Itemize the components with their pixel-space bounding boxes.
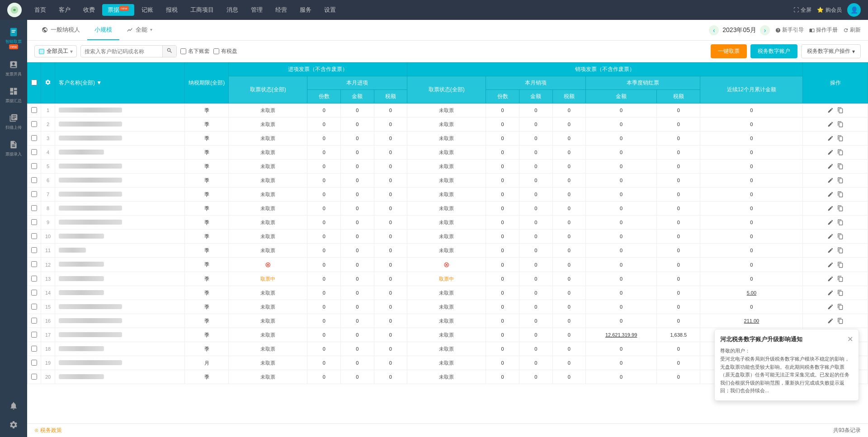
row-copy-icon[interactable]	[836, 303, 844, 311]
fullscreen-btn[interactable]: ⛶ 全屏	[793, 6, 811, 14]
row-out-status[interactable]: ⊗	[407, 258, 486, 272]
row-in-status[interactable]: 未取票	[229, 160, 307, 174]
row-checkbox[interactable]	[31, 135, 37, 141]
row-edit-icon[interactable]	[826, 289, 835, 297]
row-checkbox[interactable]	[31, 163, 37, 169]
row-in-status[interactable]: 取票中	[229, 272, 307, 286]
row-client-name[interactable]	[55, 342, 185, 356]
row-checkbox[interactable]	[31, 304, 37, 310]
nav-operation[interactable]: 经营	[270, 4, 292, 16]
row-in-status[interactable]: 未取票	[229, 370, 307, 384]
nav-client[interactable]: 客户	[53, 4, 76, 16]
nav-message[interactable]: 消息	[221, 4, 244, 16]
period-next-btn[interactable]: ›	[760, 25, 770, 35]
row-edit-icon[interactable]	[826, 232, 835, 240]
row-edit-icon[interactable]	[826, 190, 835, 198]
row-copy-icon[interactable]	[836, 120, 844, 128]
row-checkbox[interactable]	[31, 107, 37, 113]
row-in-status[interactable]: 未取票	[229, 202, 307, 216]
has-tax-checkbox-label[interactable]: 有税盘	[213, 47, 237, 55]
manual-link[interactable]: 操作手册	[809, 26, 838, 34]
nav-manage[interactable]: 管理	[245, 4, 268, 16]
row-client-name[interactable]	[55, 356, 185, 370]
row-checkbox-cell[interactable]	[28, 132, 41, 146]
row-copy-icon[interactable]	[836, 106, 844, 114]
row-client-name[interactable]	[55, 328, 185, 342]
row-edit-icon[interactable]	[826, 204, 835, 212]
row-checkbox-cell[interactable]	[28, 230, 41, 244]
row-checkbox-cell[interactable]	[28, 342, 41, 356]
row-edit-icon[interactable]	[826, 120, 835, 128]
down-account-checkbox-label[interactable]: 名下账套	[180, 47, 210, 55]
app-logo[interactable]	[7, 3, 22, 17]
row-out-status[interactable]: 取票中	[407, 272, 486, 286]
nav-fee[interactable]: 收费	[78, 4, 100, 16]
row-client-name[interactable]	[55, 230, 185, 244]
row-checkbox[interactable]	[31, 233, 37, 239]
row-in-status[interactable]: 未取票	[229, 328, 307, 342]
refresh-link[interactable]: 刷新	[843, 26, 861, 34]
row-copy-icon[interactable]	[836, 232, 844, 240]
row-checkbox-cell[interactable]	[28, 258, 41, 272]
row-client-name[interactable]	[55, 160, 185, 174]
row-client-name[interactable]	[55, 216, 185, 230]
search-input[interactable]	[81, 47, 162, 56]
row-copy-icon[interactable]	[836, 176, 844, 184]
row-checkbox-cell[interactable]	[28, 160, 41, 174]
tab-small-scale[interactable]: 小规模	[87, 20, 119, 40]
row-in-status[interactable]: 未取票	[229, 216, 307, 230]
row-checkbox[interactable]	[31, 318, 37, 324]
row-checkbox-cell[interactable]	[28, 244, 41, 258]
row-in-status[interactable]: 未取票	[229, 132, 307, 146]
row-out-status[interactable]: 未取票	[407, 103, 486, 117]
sidebar-notifications[interactable]	[1, 397, 26, 414]
row-checkbox[interactable]	[31, 219, 37, 225]
row-checkbox-cell[interactable]	[28, 216, 41, 230]
row-out-status[interactable]: 未取票	[407, 216, 486, 230]
row-out-status[interactable]: 未取票	[407, 300, 486, 314]
row-in-status[interactable]: 未取票	[229, 342, 307, 356]
has-tax-checkbox[interactable]	[213, 48, 219, 54]
row-out-status[interactable]: 未取票	[407, 132, 486, 146]
digital-account-dropdown-button[interactable]: 税务数字账户操作 ▾	[801, 44, 861, 58]
row-checkbox-cell[interactable]	[28, 117, 41, 132]
row-client-name[interactable]	[55, 174, 185, 188]
row-out-status[interactable]: 未取票	[407, 370, 486, 384]
row-edit-icon[interactable]	[826, 275, 835, 283]
row-copy-icon[interactable]	[836, 190, 844, 198]
row-checkbox[interactable]	[31, 247, 37, 253]
row-checkbox-cell[interactable]	[28, 146, 41, 160]
row-checkbox[interactable]	[31, 290, 37, 296]
row-in-status[interactable]: 未取票	[229, 300, 307, 314]
row-out-status[interactable]: 未取票	[407, 174, 486, 188]
sidebar-scan-upload[interactable]: 扫描上传	[1, 109, 26, 134]
col-client-name-header[interactable]: 客户名称(全部) ▼	[55, 63, 185, 103]
col-in-fetch-status[interactable]: 取票状态(全部)	[229, 76, 307, 103]
row-checkbox[interactable]	[31, 205, 37, 211]
row-client-name[interactable]	[55, 132, 185, 146]
row-client-name[interactable]	[55, 272, 185, 286]
row-edit-icon[interactable]	[826, 218, 835, 226]
row-checkbox-cell[interactable]	[28, 103, 41, 117]
down-account-checkbox[interactable]	[180, 48, 186, 54]
row-checkbox[interactable]	[31, 177, 37, 183]
row-in-status[interactable]: 未取票	[229, 314, 307, 328]
col-tax-quota-header[interactable]: 纳税期限(全部)	[185, 63, 229, 103]
row-in-status[interactable]: 未取票	[229, 174, 307, 188]
row-checkbox[interactable]	[31, 360, 37, 366]
row-edit-icon[interactable]	[826, 317, 835, 325]
row-edit-icon[interactable]	[826, 246, 835, 254]
row-client-name[interactable]	[55, 188, 185, 202]
row-in-status[interactable]: 未取票	[229, 103, 307, 117]
row-edit-icon[interactable]	[826, 134, 835, 142]
row-copy-icon[interactable]	[836, 148, 844, 156]
one-click-fetch-button[interactable]: 一键取票	[711, 44, 747, 58]
row-client-name[interactable]	[55, 202, 185, 216]
row-in-status[interactable]: 未取票	[229, 286, 307, 300]
row-out-status[interactable]: 未取票	[407, 342, 486, 356]
row-in-status[interactable]: 未取票	[229, 244, 307, 258]
nav-settings[interactable]: 设置	[319, 4, 341, 16]
row-client-name[interactable]	[55, 146, 185, 160]
row-out-status[interactable]: 未取票	[407, 160, 486, 174]
period-prev-btn[interactable]: ‹	[709, 25, 719, 35]
